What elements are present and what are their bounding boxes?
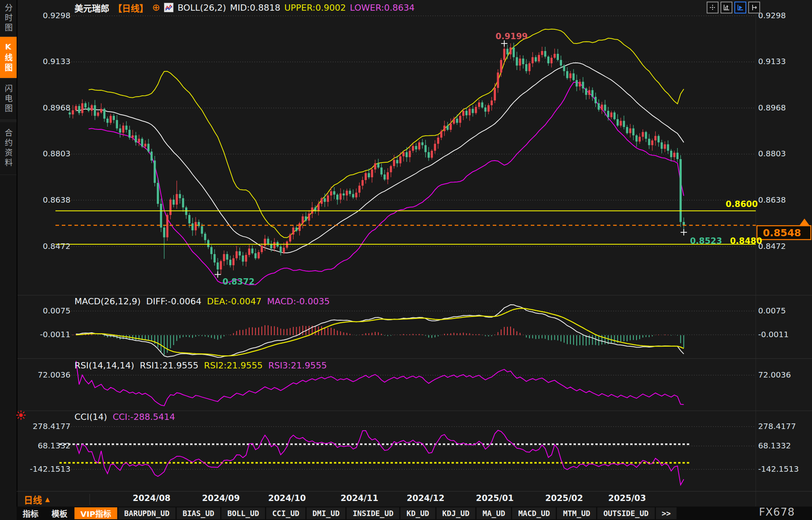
y-axis-label: 278.4177: [758, 421, 796, 431]
indicator-tab-bar: 指标模板VIP指标BARUPDN_UDBIAS_UDBOLL_UDCCI_UDD…: [17, 507, 812, 520]
y-axis-label: 0.9133: [758, 57, 786, 66]
y-axis-label: -0.0011: [758, 330, 789, 339]
tab--[interactable]: >>: [656, 507, 677, 519]
tab-dmi-ud[interactable]: DMI_UD: [307, 507, 346, 519]
period-label: 日线: [24, 493, 42, 506]
y-axis-label: -142.1513: [18, 464, 71, 474]
low-price-annotation: 0.8372: [223, 277, 255, 287]
y-axis-label: -0.0011: [18, 330, 71, 339]
cci-title: CCI(14): [74, 412, 107, 422]
sidebar-item-lightning[interactable]: 闪电图: [0, 78, 17, 120]
crosshair-pan-icon[interactable]: [707, 2, 719, 13]
sidebar-item-kline[interactable]: K线图: [0, 37, 17, 78]
boll-mid-value: MID:0.8818: [230, 3, 280, 13]
tab-vip指标[interactable]: VIP指标: [74, 507, 117, 519]
symbol-name: 美元瑞郎: [74, 1, 109, 14]
y-axis-label: 0.9133: [18, 57, 71, 66]
macd-panel-header: MACD(26,12,9) DIFF:-0.0064 DEA:-0.0047 M…: [74, 296, 330, 306]
boll-upper-value: UPPER:0.9002: [284, 3, 346, 13]
watermark: FX678: [759, 506, 795, 518]
chart-header: 美元瑞郎 【日线】 ⊕ BOLL(26,2) MID:0.8818 UPPER:…: [74, 1, 415, 14]
y-axis-label: 72.0036: [18, 370, 71, 380]
alert-sun-icon[interactable]: [15, 409, 27, 423]
y-axis-label: 72.0036: [758, 370, 791, 380]
tab-模板[interactable]: 模板: [46, 507, 73, 519]
tab-boll-ud[interactable]: BOLL_UD: [221, 507, 265, 519]
svg-text:0.8548: 0.8548: [763, 227, 801, 239]
tab-指标[interactable]: 指标: [17, 507, 44, 519]
y-axis-label: 0.9298: [18, 11, 71, 20]
cci-value: CCI:-288.5414: [112, 412, 175, 422]
period-tag[interactable]: 【日线】: [113, 1, 148, 14]
high-price-annotation: 0.9199: [496, 32, 528, 41]
support-level-label: 0.8480: [730, 236, 762, 246]
y-axis-label: 0.8638: [758, 195, 786, 205]
boll-label: BOLL(26,2): [177, 3, 226, 13]
tab-inside-ud[interactable]: INSIDE_UD: [347, 507, 399, 519]
tab-kdj-ud[interactable]: KDJ_UD: [436, 507, 476, 519]
rsi-title: RSI(14,14,14): [74, 361, 134, 370]
last-low-annotation: 0.8523: [690, 236, 722, 246]
shift-forward-icon[interactable]: [748, 2, 760, 13]
period-caret-icon: ▲: [45, 496, 50, 503]
add-indicator-icon[interactable]: ⊕: [152, 3, 160, 12]
play-chart-icon[interactable]: [734, 2, 746, 13]
kline-style-icon[interactable]: [164, 3, 173, 12]
macd-diff-value: DIFF:-0.0064: [146, 296, 201, 306]
resistance-level-label: 0.8600: [726, 199, 758, 209]
y-axis-label: 0.0075: [758, 306, 786, 315]
macd-dea-value: DEA:-0.0047: [207, 296, 261, 306]
y-axis-label: 0.8968: [758, 103, 786, 112]
y-axis-label: -142.1513: [758, 464, 799, 474]
rsi1-value: RSI1:21.9555: [140, 361, 198, 370]
macd-value: MACD:-0.0035: [267, 296, 330, 306]
cci-panel-header: CCI(14) CCI:-288.5414: [74, 412, 175, 422]
sidebar-item-contract-info[interactable]: 合约资料: [0, 120, 17, 175]
tab-kd-ud[interactable]: KD_UD: [400, 507, 435, 519]
chart-canvas[interactable]: 0.8548: [0, 0, 812, 520]
boll-lower-value: LOWER:0.8634: [350, 3, 414, 13]
y-axis-label: 0.8472: [18, 241, 71, 251]
x-axis-row: 日线 ▲: [17, 491, 812, 507]
y-axis-label: 68.1332: [18, 441, 71, 450]
bar-chart-axis-icon[interactable]: [721, 2, 732, 13]
rsi3-value: RSI3:21.9555: [268, 361, 327, 370]
rsi2-value: RSI2:21.9555: [204, 361, 263, 370]
period-selector[interactable]: 日线 ▲: [24, 494, 90, 505]
tab-barupdn-ud[interactable]: BARUPDN_UD: [118, 507, 175, 519]
macd-title: MACD(26,12,9): [74, 296, 141, 306]
y-axis-label: 0.8803: [18, 149, 71, 158]
tab-mtm-ud[interactable]: MTM_UD: [557, 507, 596, 519]
trading-app-window: 分时图 K线图 闪电图 合约资料 0.8548 美元瑞郎 【日线】 ⊕ BOLL…: [0, 0, 812, 520]
y-axis-label: 68.1332: [758, 441, 791, 450]
chart-toolbar: [707, 2, 760, 13]
y-axis-label: 278.4177: [18, 421, 71, 431]
tab-bias-ud[interactable]: BIAS_UD: [177, 507, 220, 519]
y-axis-label: 0.8803: [758, 149, 786, 158]
y-axis-label: 0.8968: [18, 103, 71, 112]
tab-macd-ud[interactable]: MACD_UD: [512, 507, 556, 519]
tab-cci-ud[interactable]: CCI_UD: [266, 507, 305, 519]
rsi-panel-header: RSI(14,14,14) RSI1:21.9555 RSI2:21.9555 …: [74, 361, 327, 370]
left-sidebar: 分时图 K线图 闪电图 合约资料: [0, 0, 17, 520]
y-axis-label: 0.8638: [18, 195, 71, 205]
tab-ma-ud[interactable]: MA_UD: [477, 507, 511, 519]
y-axis-label: 0.8472: [758, 241, 786, 251]
y-axis-label: 0.0075: [18, 306, 71, 315]
y-axis-label: 0.9298: [758, 11, 786, 20]
sidebar-item-timeshare[interactable]: 分时图: [0, 0, 17, 37]
tab-outside-ud[interactable]: OUTSIDE_UD: [597, 507, 654, 519]
